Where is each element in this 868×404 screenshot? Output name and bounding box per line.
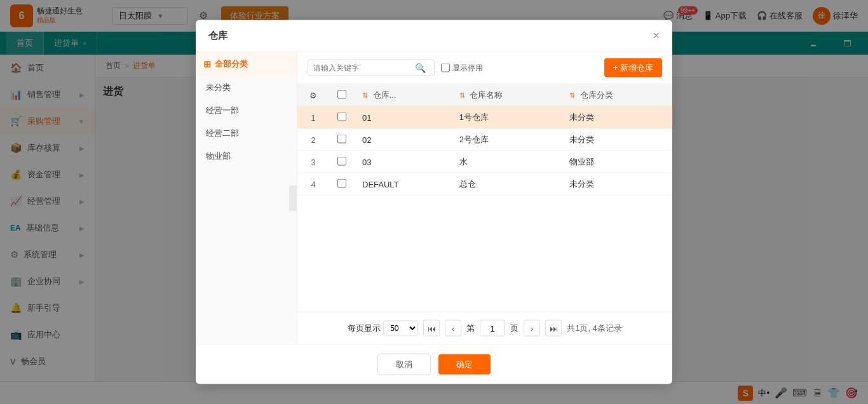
- row-index: 4: [297, 173, 329, 195]
- row-index: 1: [297, 106, 329, 128]
- add-warehouse-btn[interactable]: + 新增仓库: [604, 58, 662, 77]
- modal-footer: 取消 确定: [196, 344, 672, 384]
- modal-header: 仓库 ×: [196, 20, 672, 52]
- table-area: 🔍 显示停用 + 新增仓库 ⚙: [297, 52, 672, 344]
- category-collapse-btn[interactable]: 《: [289, 185, 297, 211]
- row-checkbox[interactable]: [337, 156, 346, 165]
- row-name: 1号仓库: [452, 106, 562, 128]
- last-page-btn[interactable]: ⏭: [545, 320, 562, 337]
- col-name[interactable]: ⇅ 仓库名称: [452, 84, 562, 107]
- row-checkbox[interactable]: [337, 112, 346, 121]
- row-index: 3: [297, 151, 329, 173]
- table-header-row: ⚙ ⇅ 仓库... ⇅ 仓库名称: [297, 84, 672, 107]
- row-checkbox-cell: [329, 106, 355, 128]
- row-checkbox-cell: [329, 128, 355, 151]
- category-item-ops1[interactable]: 经营一部: [196, 99, 297, 122]
- page-total: 共1页, 4条记录: [567, 323, 622, 334]
- row-checkbox[interactable]: [337, 134, 346, 143]
- select-all-checkbox[interactable]: [337, 90, 346, 98]
- modal-close-btn[interactable]: ×: [653, 29, 660, 43]
- page-size-select: 每页显示 50 10 20 100: [348, 321, 418, 336]
- table-row[interactable]: 3 03 水 物业部: [297, 151, 672, 173]
- modal-title: 仓库: [208, 30, 227, 42]
- col-category[interactable]: ⇅ 仓库分类: [562, 84, 672, 107]
- row-name: 水: [452, 151, 562, 173]
- category-item-unclassified[interactable]: 未分类: [196, 76, 297, 99]
- search-input-wrap: 🔍: [308, 60, 435, 76]
- col-checkbox: [329, 84, 355, 107]
- table-toolbar: 🔍 显示停用 + 新增仓库: [297, 52, 672, 84]
- page-size-dropdown[interactable]: 50 10 20 100: [383, 321, 418, 336]
- prev-page-btn[interactable]: ‹: [445, 320, 461, 337]
- first-page-btn[interactable]: ⏮: [423, 320, 440, 337]
- cancel-button[interactable]: 取消: [377, 354, 431, 375]
- category-sidebar: ⊞ 全部分类 未分类 经营一部 经营二部 物业部 《: [196, 52, 297, 344]
- modal-body: ⊞ 全部分类 未分类 经营一部 经营二部 物业部 《: [196, 52, 672, 344]
- table-row[interactable]: 1 01 1号仓库 未分类: [297, 106, 672, 128]
- row-code: 02: [355, 128, 452, 151]
- row-index: 2: [297, 128, 329, 151]
- row-category: 物业部: [562, 151, 672, 173]
- next-page-btn[interactable]: ›: [524, 320, 540, 337]
- row-code: 03: [355, 151, 452, 173]
- col-code[interactable]: ⇅ 仓库...: [355, 84, 452, 107]
- col-settings[interactable]: ⚙: [297, 84, 329, 107]
- table-row[interactable]: 4 DEFAULT 总仓 未分类: [297, 173, 672, 195]
- sort-icon-name: ⇅: [459, 91, 465, 99]
- row-code: 01: [355, 106, 452, 128]
- row-checkbox-cell: [329, 151, 355, 173]
- search-icon[interactable]: 🔍: [415, 63, 426, 73]
- row-checkbox-cell: [329, 173, 355, 195]
- row-code: DEFAULT: [355, 173, 452, 195]
- page-number-input[interactable]: 1: [480, 320, 505, 337]
- row-name: 2号仓库: [452, 128, 562, 151]
- category-item-property[interactable]: 物业部: [196, 145, 297, 168]
- show-disabled-checkbox[interactable]: [441, 64, 450, 72]
- sort-icon-category: ⇅: [569, 91, 575, 99]
- search-input[interactable]: [313, 64, 415, 72]
- warehouse-modal: 仓库 × ⊞ 全部分类 未分类 经营一部 经营二部 物业部 《: [196, 20, 672, 384]
- table-row[interactable]: 2 02 2号仓库 未分类: [297, 128, 672, 151]
- sort-icon-code: ⇅: [362, 91, 368, 99]
- row-name: 总仓: [452, 173, 562, 195]
- row-category: 未分类: [562, 128, 672, 151]
- row-checkbox[interactable]: [337, 178, 346, 187]
- confirm-button[interactable]: 确定: [438, 354, 491, 375]
- category-item-ops2[interactable]: 经营二部: [196, 122, 297, 145]
- row-category: 未分类: [562, 173, 672, 195]
- pagination-bar: 每页显示 50 10 20 100 ⏮ ‹ 第 1 页 › ⏭ 共1页, 4条记…: [297, 312, 672, 344]
- show-disabled-label[interactable]: 显示停用: [441, 62, 483, 73]
- category-header[interactable]: ⊞ 全部分类: [196, 52, 297, 76]
- grid-icon: ⊞: [203, 59, 211, 69]
- row-category: 未分类: [562, 106, 672, 128]
- warehouse-table: ⚙ ⇅ 仓库... ⇅ 仓库名称: [297, 84, 672, 312]
